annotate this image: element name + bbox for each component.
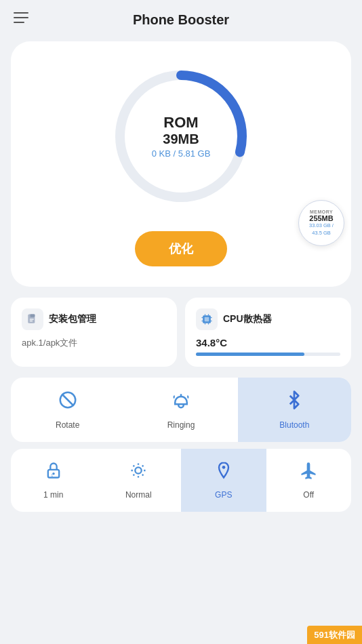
brightness-icon	[129, 461, 148, 485]
svg-text:1: 1	[51, 474, 53, 477]
cpu-title: CPU散热器	[223, 313, 272, 325]
gps-icon	[214, 461, 233, 485]
cpu-card[interactable]: CPU散热器 34.8°C	[185, 298, 351, 367]
package-card[interactable]: 安装包管理 apk.1/apk文件	[11, 298, 177, 367]
svg-rect-7	[205, 317, 209, 322]
quick-ringing[interactable]: Ringing	[124, 378, 237, 442]
gauge-inner: ROM 39MB 0 KB / 5.81 GB	[152, 114, 211, 159]
page-title: Phone Booster	[133, 12, 229, 28]
gauge-label: ROM	[152, 114, 211, 132]
airplane-icon	[299, 461, 318, 485]
header: Phone Booster	[0, 0, 362, 35]
gps-label: GPS	[215, 490, 232, 500]
quick-grid-row1: Rotate Ringing Blutooth	[11, 378, 351, 442]
menu-line-3	[14, 22, 24, 23]
svg-line-30	[142, 466, 144, 467]
package-icon	[22, 308, 43, 330]
footer: 591软件园	[307, 626, 362, 644]
lock-icon: 1	[44, 461, 63, 485]
svg-point-22	[136, 467, 142, 473]
main-card: ROM 39MB 0 KB / 5.81 GB MEMORY 255MB 33.…	[11, 41, 351, 287]
menu-button[interactable]	[14, 12, 28, 23]
1min-label: 1 min	[43, 490, 63, 500]
menu-line-1	[14, 12, 28, 14]
package-body: apk.1/apk文件	[22, 337, 166, 349]
package-title: 安装包管理	[49, 313, 96, 325]
svg-line-29	[134, 475, 135, 476]
gauge-container: ROM 39MB 0 KB / 5.81 GB	[106, 62, 256, 211]
cpu-icon	[196, 308, 218, 330]
bell-icon	[171, 390, 191, 415]
cpu-card-header: CPU散热器	[196, 308, 340, 330]
bluetooth-icon	[284, 390, 304, 415]
gauge-value: 39MB	[152, 132, 211, 147]
memory-badge-value: 255MB	[309, 214, 333, 222]
quick-bluetooth[interactable]: Blutooth	[238, 378, 351, 442]
normal-label: Normal	[125, 490, 152, 500]
off-label: Off	[303, 490, 314, 500]
info-cards: 安装包管理 apk.1/apk文件 CPU散热器	[11, 298, 351, 367]
svg-rect-3	[31, 315, 35, 317]
memory-badge: MEMORY 255MB 33.03 GB / 43.5 GB	[298, 200, 344, 246]
svg-line-27	[134, 466, 135, 467]
cpu-temp: 34.8°C	[196, 337, 340, 348]
memory-badge-title: MEMORY	[310, 209, 333, 214]
bluetooth-label: Blutooth	[279, 420, 309, 430]
temp-bar-bg	[196, 353, 340, 356]
svg-point-31	[222, 466, 225, 469]
package-card-header: 安装包管理	[22, 308, 166, 330]
quick-off[interactable]: Off	[266, 449, 352, 512]
footer-text: 591软件园	[314, 630, 355, 640]
memory-badge-sub: 33.03 GB / 43.5 GB	[309, 222, 334, 237]
rotate-icon	[58, 390, 78, 415]
gauge-sub: 0 KB / 5.81 GB	[152, 148, 211, 159]
quick-1min[interactable]: 1 1 min	[11, 449, 96, 512]
quick-normal[interactable]: Normal	[96, 449, 182, 512]
quick-gps[interactable]: GPS	[181, 449, 266, 512]
rotate-label: Rotate	[56, 420, 79, 430]
optimize-button[interactable]: 优化	[135, 231, 227, 266]
quick-grid-row2: 1 1 min Normal	[11, 449, 351, 512]
ringing-label: Ringing	[167, 420, 195, 430]
svg-line-17	[62, 394, 74, 406]
menu-line-2	[14, 17, 28, 18]
quick-rotate[interactable]: Rotate	[11, 378, 124, 442]
svg-line-28	[142, 475, 144, 476]
temp-bar-fill	[196, 353, 304, 356]
